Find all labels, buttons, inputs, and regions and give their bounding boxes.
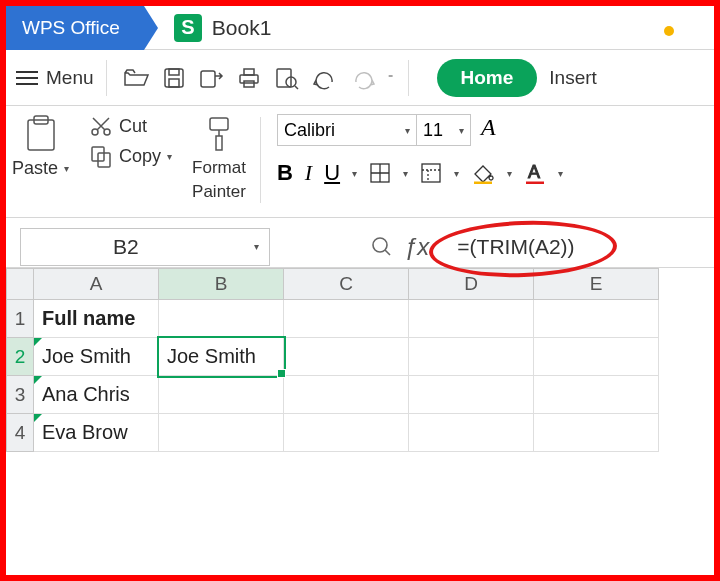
formula-bar-row: B2 ▾ ƒx =(TRIM(A2)) xyxy=(6,218,714,268)
svg-point-21 xyxy=(373,238,387,252)
row-header-1[interactable]: 1 xyxy=(6,300,34,338)
format-painter-label-1: Format xyxy=(192,158,246,178)
col-header-E[interactable]: E xyxy=(534,268,659,300)
format-painter-icon xyxy=(204,114,234,154)
font-size-value: 11 xyxy=(423,120,443,141)
col-header-C[interactable]: C xyxy=(284,268,409,300)
col-header-D[interactable]: D xyxy=(409,268,534,300)
menu-button[interactable]: Menu xyxy=(16,67,94,89)
print-preview-button[interactable] xyxy=(271,63,303,93)
format-painter-button[interactable]: Format Painter xyxy=(186,114,252,202)
svg-rect-3 xyxy=(201,71,215,87)
tab-insert[interactable]: Insert xyxy=(549,67,597,89)
qat-dropdown[interactable]: ⁼ xyxy=(385,69,396,86)
dropdown-icon: ▾ xyxy=(254,241,259,252)
cell-D1[interactable] xyxy=(409,300,534,338)
increase-font-button[interactable]: A xyxy=(481,114,496,146)
cell-A4[interactable]: Eva Brow xyxy=(34,414,159,452)
font-name-select[interactable]: Calibri▾ xyxy=(277,114,417,146)
paste-button[interactable]: Paste▾ xyxy=(6,114,75,179)
svg-rect-0 xyxy=(165,69,183,87)
print-icon xyxy=(236,66,262,90)
borders-button[interactable] xyxy=(369,162,391,184)
ribbon-menu-row: Menu ⁼ Home Insert xyxy=(6,50,714,106)
cell-format-button[interactable] xyxy=(420,162,442,184)
svg-rect-5 xyxy=(244,69,254,75)
save-button[interactable] xyxy=(159,63,189,93)
dropdown-icon: ▾ xyxy=(405,125,410,136)
bold-button[interactable]: B xyxy=(277,160,293,186)
name-box[interactable]: B2 ▾ xyxy=(20,228,270,266)
font-size-select[interactable]: 11▾ xyxy=(417,114,471,146)
row-header-2[interactable]: 2 xyxy=(6,338,34,376)
cell-B4[interactable] xyxy=(159,414,284,452)
cell-C4[interactable] xyxy=(284,414,409,452)
formula-input[interactable]: =(TRIM(A2)) xyxy=(439,231,592,263)
magnifier-icon xyxy=(370,235,394,259)
cell-A1[interactable]: Full name xyxy=(34,300,159,338)
redo-button[interactable] xyxy=(347,63,379,93)
cell-C1[interactable] xyxy=(284,300,409,338)
tab-home-label: Home xyxy=(461,67,514,88)
export-button[interactable] xyxy=(195,63,227,93)
underline-button[interactable]: U xyxy=(324,160,340,186)
fill-color-button[interactable] xyxy=(471,162,495,184)
dropdown-icon: ▾ xyxy=(558,168,563,179)
cell-E2[interactable] xyxy=(534,338,659,376)
separator xyxy=(106,60,107,96)
cell-D4[interactable] xyxy=(409,414,534,452)
dropdown-icon: ▾ xyxy=(403,168,408,179)
menu-label: Menu xyxy=(46,67,94,89)
row-header-3[interactable]: 3 xyxy=(6,376,34,414)
copy-label: Copy xyxy=(119,146,161,167)
cell-D2[interactable] xyxy=(409,338,534,376)
cell-C2[interactable] xyxy=(284,338,409,376)
dropdown-icon: ▾ xyxy=(64,163,69,174)
col-header-A[interactable]: A xyxy=(34,268,159,300)
font-group: Calibri▾ 11▾ A B I U▾ ▾ ▾ ▾ A▾ xyxy=(269,114,569,186)
tab-insert-label: Insert xyxy=(549,67,597,88)
svg-rect-6 xyxy=(244,81,254,87)
col-header-B[interactable]: B xyxy=(159,268,284,300)
dropdown-icon: ▾ xyxy=(507,168,512,179)
quick-access-toolbar: ⁼ xyxy=(119,63,396,93)
fx-icon[interactable]: ƒx xyxy=(404,233,429,261)
ribbon-toolbar: Paste▾ Cut Copy▾ Format Painter Calibri▾… xyxy=(6,106,714,218)
tab-home[interactable]: Home xyxy=(437,59,538,97)
cell-C3[interactable] xyxy=(284,376,409,414)
dropdown-icon: ▾ xyxy=(167,151,172,162)
select-all-corner[interactable] xyxy=(6,268,34,300)
dropdown-icon: ▾ xyxy=(454,168,459,179)
row-header-4[interactable]: 4 xyxy=(6,414,34,452)
spreadsheet-doc-icon: S xyxy=(174,14,202,42)
cell-E3[interactable] xyxy=(534,376,659,414)
undo-icon xyxy=(312,66,338,90)
cell-format-icon xyxy=(420,162,442,184)
cell-B2[interactable]: Joe Smith xyxy=(159,338,284,376)
cell-A3[interactable]: Ana Chris xyxy=(34,376,159,414)
document-tab[interactable]: S Book1 xyxy=(144,6,290,49)
clipboard-group: Cut Copy▾ xyxy=(83,114,178,168)
open-button[interactable] xyxy=(119,63,153,93)
clipboard-icon xyxy=(24,114,58,154)
font-color-icon: A xyxy=(524,162,546,184)
export-icon xyxy=(198,66,224,90)
cell-A2[interactable]: Joe Smith xyxy=(34,338,159,376)
cell-E4[interactable] xyxy=(534,414,659,452)
cell-E1[interactable] xyxy=(534,300,659,338)
title-bar: WPS Office S Book1 xyxy=(6,6,714,50)
bucket-icon xyxy=(471,162,495,184)
zoom-formula-button[interactable] xyxy=(370,235,394,259)
cut-button[interactable]: Cut xyxy=(89,114,172,138)
copy-button[interactable]: Copy▾ xyxy=(89,144,172,168)
svg-text:A: A xyxy=(528,162,540,182)
svg-rect-4 xyxy=(240,75,258,83)
undo-button[interactable] xyxy=(309,63,341,93)
cell-D3[interactable] xyxy=(409,376,534,414)
font-color-button[interactable]: A xyxy=(524,162,546,184)
print-button[interactable] xyxy=(233,63,265,93)
cell-B3[interactable] xyxy=(159,376,284,414)
italic-button[interactable]: I xyxy=(305,160,312,186)
cell-B1[interactable] xyxy=(159,300,284,338)
svg-rect-17 xyxy=(422,164,440,182)
